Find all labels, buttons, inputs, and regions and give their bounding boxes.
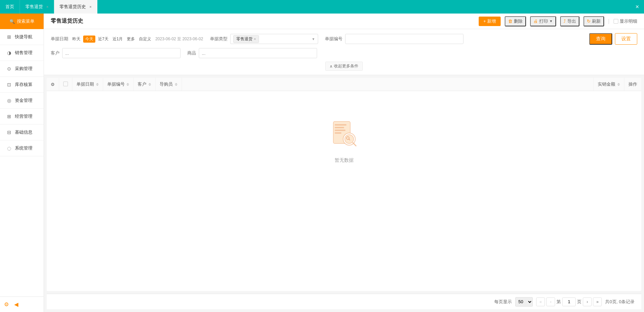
- date-1month-btn[interactable]: 近1月: [111, 36, 124, 42]
- filter-area: 单据日期 昨天 今天 近7天 近1月 更多 自定义 2023-06-02 至 2…: [44, 29, 644, 75]
- date-custom-btn[interactable]: 自定义: [138, 36, 152, 42]
- query-button[interactable]: 查询: [589, 33, 612, 45]
- per-page-select[interactable]: 10 20 50 100: [515, 297, 533, 307]
- th-spacer: [182, 78, 594, 91]
- page-unit: 页: [577, 299, 581, 305]
- settings-button-label: 设置: [621, 36, 631, 42]
- svg-rect-2: [335, 127, 344, 128]
- th-order-no[interactable]: 单据编号: [103, 78, 134, 91]
- action-divider: |: [608, 18, 610, 24]
- collapse-filter-btn[interactable]: ∧ 收起更多条件: [325, 62, 363, 71]
- sidebar-item-finance-mgmt-label: 资金管理: [15, 97, 32, 104]
- tab-retail-return-close[interactable]: ×: [46, 5, 48, 9]
- delete-button-label: 删除: [514, 18, 523, 24]
- print-dropdown-icon: ▼: [549, 19, 553, 23]
- page-input[interactable]: [562, 297, 576, 306]
- sidebar-item-operations-mgmt-label: 经营管理: [15, 113, 32, 119]
- first-page-btn[interactable]: «: [536, 297, 545, 306]
- pagination-bar: 每页显示 10 20 50 100 « ‹ 第 页 › » 共0页, 0条记录: [47, 294, 641, 309]
- goods-filter-input[interactable]: [199, 48, 317, 58]
- settings-button[interactable]: 设置: [615, 33, 637, 45]
- select-all-checkbox[interactable]: [63, 82, 68, 86]
- th-amount[interactable]: 实销金额: [594, 78, 624, 91]
- delete-button[interactable]: 🗑 删除: [505, 16, 526, 26]
- prev-page-btn[interactable]: ‹: [546, 297, 555, 306]
- th-amount-sort-icon: [617, 83, 620, 86]
- empty-state-cell: 暂无数据: [47, 91, 641, 191]
- sidebar-item-quick-nav-label: 快捷导航: [15, 34, 32, 40]
- th-guide[interactable]: 导购员: [155, 78, 182, 91]
- pagination-nav: « ‹ 第 页 › »: [536, 297, 602, 306]
- window-close-button[interactable]: ×: [630, 0, 644, 14]
- sidebar-item-system-mgmt[interactable]: ◌ 系统管理: [0, 140, 44, 156]
- sidebar-item-purchase-mgmt-label: 采购管理: [15, 66, 32, 72]
- sidebar-item-operations-mgmt[interactable]: ⊞ 经营管理: [0, 109, 44, 125]
- type-filter-tag-label: 零售退货: [236, 36, 253, 42]
- type-filter-label: 单据类型: [210, 36, 228, 42]
- date-more-btn[interactable]: 更多: [125, 36, 136, 42]
- refresh-icon: ↻: [587, 19, 591, 24]
- export-button[interactable]: ⤴ 导出: [560, 16, 579, 26]
- order-no-filter: 单据编号: [325, 34, 463, 44]
- print-icon: 🖨: [533, 19, 538, 24]
- print-button-label: 打印: [539, 18, 548, 24]
- sidebar-item-basic-info[interactable]: ⊟ 基础信息: [0, 125, 44, 140]
- delete-icon: 🗑: [508, 19, 512, 24]
- sales-mgmt-icon: ◑: [6, 50, 12, 56]
- sidebar-item-purchase-mgmt[interactable]: ⊙ 采购管理: [0, 61, 44, 77]
- print-button[interactable]: 🖨 打印 ▼: [530, 16, 556, 26]
- sidebar-item-sales-mgmt[interactable]: ◑ 销售管理: [0, 45, 44, 61]
- show-detail-label[interactable]: 显示明细: [614, 18, 637, 24]
- empty-state: 暂无数据: [47, 91, 641, 191]
- tab-retail-return-history[interactable]: 零售退货历史 ×: [54, 0, 97, 14]
- date-range-display: 2023-06-02 至 2023-06-02: [155, 36, 203, 42]
- th-customer[interactable]: 客户: [134, 78, 156, 91]
- th-guide-sort-icon: [175, 83, 177, 86]
- empty-state-row: 暂无数据: [47, 91, 641, 191]
- refresh-button[interactable]: ↻ 刷新: [583, 16, 604, 26]
- customer-filter: 客户: [51, 48, 181, 58]
- tab-home[interactable]: 首页: [0, 0, 20, 14]
- settings-gear-icon[interactable]: ⚙: [51, 82, 55, 87]
- type-filter: 单据类型 零售退货 × ▼: [210, 34, 318, 44]
- th-settings[interactable]: ⚙: [47, 78, 59, 91]
- sidebar-item-basic-info-label: 基础信息: [15, 129, 32, 135]
- th-order-no-label: 单据编号: [107, 82, 125, 87]
- th-date-sort-icon: [96, 83, 99, 86]
- order-no-input[interactable]: [345, 34, 463, 44]
- export-button-label: 导出: [567, 18, 576, 24]
- next-page-btn[interactable]: ›: [583, 297, 592, 306]
- sidebar-item-inventory-calc[interactable]: ⊡ 库存核算: [0, 77, 44, 93]
- tab-retail-return-history-close[interactable]: ×: [89, 5, 91, 9]
- last-page-btn[interactable]: »: [593, 297, 602, 306]
- date-yesterday-btn[interactable]: 昨天: [71, 36, 82, 42]
- system-mgmt-icon: ◌: [6, 145, 12, 151]
- show-detail-text: 显示明细: [620, 18, 637, 24]
- settings-icon[interactable]: ⚙: [4, 301, 9, 308]
- type-filter-dropdown-icon: ▼: [312, 37, 315, 41]
- th-checkbox[interactable]: [59, 78, 72, 91]
- type-filter-tag-close[interactable]: ×: [254, 37, 256, 41]
- filter-row-2: 客户 商品: [51, 48, 637, 58]
- date-today-btn[interactable]: 今天: [83, 36, 95, 43]
- content-area: 零售退货历史 + 新增 🗑 删除 🖨 打印 ▼ ⤴ 导出: [44, 14, 644, 312]
- type-filter-select[interactable]: 零售退货 × ▼: [230, 34, 318, 44]
- inventory-calc-icon: ⊡: [6, 82, 12, 88]
- sidebar-item-finance-mgmt[interactable]: ◎ 资金管理: [0, 93, 44, 109]
- sidebar-search[interactable]: 🔍 搜索菜单: [0, 14, 44, 29]
- tab-retail-return[interactable]: 零售退货 ×: [20, 0, 54, 14]
- page-actions: + 新增 🗑 删除 🖨 打印 ▼ ⤴ 导出 ↻ 刷新: [479, 16, 637, 26]
- data-table: ⚙ 单据日期 单据编号: [47, 78, 641, 191]
- collapse-up-icon: ∧: [330, 64, 333, 69]
- table-body: 暂无数据: [47, 91, 641, 191]
- show-detail-checkbox[interactable]: [614, 19, 618, 24]
- goods-filter: 商品: [187, 48, 317, 58]
- date-7days-btn[interactable]: 近7天: [97, 36, 110, 42]
- sidebar-item-quick-nav[interactable]: ⊞ 快捷导航: [0, 29, 44, 45]
- new-button[interactable]: + 新增: [479, 17, 501, 26]
- collapse-sidebar-icon[interactable]: ◀: [14, 301, 18, 308]
- customer-filter-input[interactable]: [62, 48, 181, 58]
- th-order-no-sort-icon: [126, 83, 129, 86]
- th-date[interactable]: 单据日期: [72, 78, 103, 91]
- query-button-label: 查询: [596, 36, 605, 42]
